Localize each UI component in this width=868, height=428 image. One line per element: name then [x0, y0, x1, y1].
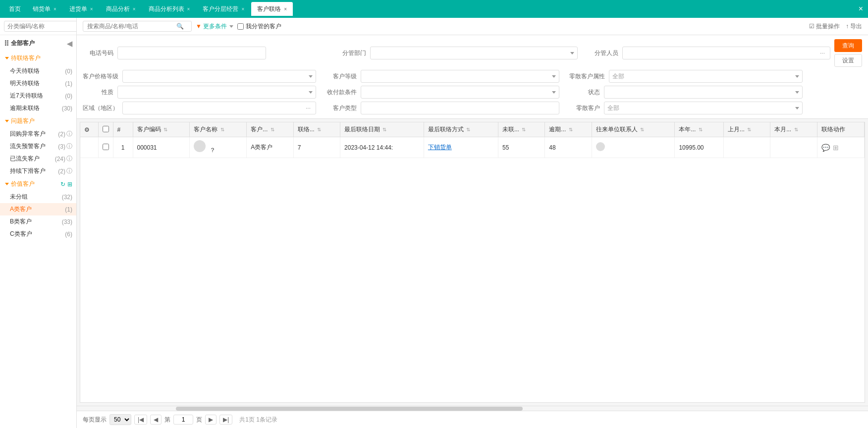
staff-select[interactable]: ··· [622, 47, 830, 59]
th-name[interactable]: 客户名称 ⇅ [190, 122, 247, 137]
churned-info-icon[interactable]: ⓘ [66, 155, 72, 163]
value-refresh-icon[interactable]: ↻ [60, 181, 65, 188]
scrollbar-thumb[interactable] [176, 407, 523, 411]
td-checkbox[interactable] [98, 137, 113, 158]
export-button[interactable]: ↑ 导出 [846, 22, 862, 31]
area-dots-icon[interactable]: ··· [304, 105, 313, 111]
prev-page-button[interactable]: ◀ [150, 415, 162, 425]
sidebar-section-problem[interactable]: 问题客户 [0, 114, 76, 128]
horizontal-scrollbar[interactable] [77, 406, 868, 411]
th-not-contacted-sort-icon[interactable]: ⇅ [522, 127, 526, 132]
close-product-analysis-icon[interactable]: × [133, 6, 136, 12]
grid-action-icon[interactable]: ⊞ [833, 144, 839, 152]
tab-customer-segment[interactable]: 客户分层经营 × [197, 2, 250, 16]
home-tab[interactable]: 首页 [4, 5, 26, 13]
row-checkbox[interactable] [103, 144, 109, 150]
th-level-sort-icon[interactable]: ⇅ [271, 127, 274, 132]
dept-select[interactable] [370, 47, 578, 59]
page-input[interactable] [173, 415, 193, 425]
sidebar-item-a-class[interactable]: A类客户 (1) [0, 203, 76, 215]
th-contact-count[interactable]: 联络... ⇅ [293, 122, 340, 137]
sidebar-item-7days[interactable]: 近7天待联络 (0) [0, 90, 76, 102]
th-this-month-sort-icon[interactable]: ⇅ [794, 127, 798, 132]
th-last-month-sort-icon[interactable]: ⇅ [747, 127, 751, 132]
zero-attr-select[interactable]: 全部 [609, 70, 803, 83]
gear-icon[interactable]: ⚙ [84, 126, 90, 133]
tab-sales-order[interactable]: 销货单 × [27, 2, 62, 16]
search-icon[interactable]: 🔍 [176, 23, 184, 30]
sidebar-item-churn-warning[interactable]: 流失预警客户 (3) ⓘ [0, 140, 76, 153]
churn-warning-info-icon[interactable]: ⓘ [66, 142, 72, 151]
th-last-date-sort-icon[interactable]: ⇅ [382, 127, 386, 132]
page-size-select[interactable]: 50 [109, 414, 131, 425]
batch-op-button[interactable]: ☑ 批量操作 [809, 22, 840, 31]
sidebar-item-b-class[interactable]: B类客户 (33) [0, 215, 76, 228]
sidebar-item-today[interactable]: 今天待联络 (0) [0, 65, 76, 77]
value-add-icon[interactable]: ⊞ [67, 181, 72, 188]
th-this-year[interactable]: 本年... ⇅ [675, 122, 723, 137]
th-last-method-sort-icon[interactable]: ⇅ [466, 127, 470, 132]
th-level[interactable]: 客户... ⇅ [247, 122, 293, 137]
sidebar-item-repurchase[interactable]: 回购异常客户 (2) ⓘ [0, 128, 76, 140]
tab-product-analysis[interactable]: 商品分析 × [100, 2, 142, 16]
zero-customer-select[interactable]: 全部 [604, 102, 803, 114]
staff-dots-icon[interactable]: ··· [818, 50, 827, 56]
my-customer-checkbox[interactable] [237, 23, 244, 30]
sidebar-item-c-class[interactable]: C类客户 (6) [0, 228, 76, 240]
more-filter-button[interactable]: ▼ 更多条件 [196, 22, 233, 31]
sidebar-item-declining[interactable]: 持续下滑客户 (2) ⓘ [0, 165, 76, 177]
sidebar-item-ungrouped[interactable]: 未分组 (32) [0, 191, 76, 203]
th-last-contact-date[interactable]: 最后联络日期 ⇅ [340, 122, 424, 137]
sidebar-section-pending[interactable]: 待联络客户 [0, 52, 76, 65]
window-close-icon[interactable]: × [859, 4, 863, 13]
pay-condition-select[interactable] [361, 86, 559, 99]
td-last-contact-method[interactable]: 下销货单 [424, 137, 498, 158]
next-page-button[interactable]: ▶ [205, 415, 217, 425]
th-name-sort-icon[interactable]: ⇅ [220, 127, 224, 132]
sidebar-collapse-icon[interactable]: ◀ [67, 40, 72, 48]
phone-input[interactable] [117, 47, 266, 59]
sidebar-item-churned[interactable]: 已流失客户 (24) ⓘ [0, 153, 76, 165]
declining-info-icon[interactable]: ⓘ [66, 167, 72, 175]
sidebar-item-overdue[interactable]: 逾期未联络 (30) [0, 102, 76, 114]
th-this-month[interactable]: 本月... ⇅ [770, 122, 817, 137]
th-code[interactable]: 客户编码 ⇅ [133, 122, 190, 137]
th-overdue-sort-icon[interactable]: ⇅ [569, 127, 573, 132]
repurchase-info-icon[interactable]: ⓘ [66, 130, 72, 138]
select-all-checkbox[interactable] [103, 126, 109, 132]
first-page-button[interactable]: |◀ [134, 415, 147, 425]
close-sales-order-icon[interactable]: × [54, 6, 56, 12]
message-action-icon[interactable]: 💬 [821, 144, 830, 152]
th-overdue[interactable]: 逾期... ⇅ [545, 122, 592, 137]
th-this-year-sort-icon[interactable]: ⇅ [699, 127, 703, 132]
customer-level-select[interactable] [361, 70, 559, 83]
customer-type-select[interactable] [361, 102, 559, 114]
area-select[interactable]: ··· [122, 102, 316, 114]
close-product-list-icon[interactable]: × [187, 6, 190, 12]
nature-select[interactable] [117, 86, 316, 99]
tab-product-analysis-list[interactable]: 商品分析列表 × [143, 2, 196, 16]
th-last-contact-method[interactable]: 最后联络方式 ⇅ [424, 122, 498, 137]
sidebar-search-input[interactable] [4, 21, 77, 32]
sidebar-item-tomorrow[interactable]: 明天待联络 (1) [0, 77, 76, 90]
search-input[interactable] [87, 23, 176, 30]
close-customer-segment-icon[interactable]: × [241, 6, 244, 12]
th-gear[interactable]: ⚙ [80, 122, 98, 137]
th-last-month[interactable]: 上月... ⇅ [723, 122, 770, 137]
my-customer-checkbox-label[interactable]: 我分管的客户 [237, 22, 281, 31]
query-button[interactable]: 查询 [834, 39, 862, 52]
status-select[interactable] [604, 86, 803, 99]
last-page-button[interactable]: ▶| [219, 415, 232, 425]
tab-customer-contact[interactable]: 客户联络 × [251, 2, 293, 16]
close-customer-contact-icon[interactable]: × [284, 6, 287, 12]
th-contact-count-sort-icon[interactable]: ⇅ [317, 127, 321, 132]
th-checkbox[interactable] [98, 122, 113, 137]
th-code-sort-icon[interactable]: ⇅ [163, 127, 167, 132]
setting-button[interactable]: 设置 [834, 54, 862, 67]
price-level-select[interactable] [122, 70, 316, 83]
th-not-contacted[interactable]: 未联... ⇅ [498, 122, 544, 137]
tab-purchase-order[interactable]: 进货单 × [63, 2, 99, 16]
close-purchase-order-icon[interactable]: × [90, 6, 93, 12]
th-contact-person-sort-icon[interactable]: ⇅ [640, 127, 644, 132]
last-contact-method-link[interactable]: 下销货单 [428, 144, 452, 151]
